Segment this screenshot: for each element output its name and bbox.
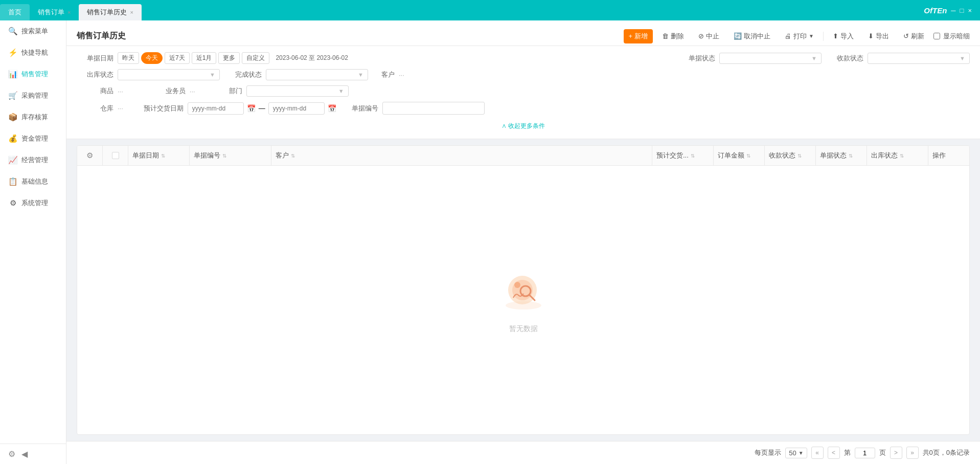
payment-status-select[interactable]: ▼ (868, 53, 970, 64)
select-all-checkbox[interactable] (112, 152, 119, 159)
th-customer[interactable]: 客户 ⇅ (271, 146, 652, 165)
amount-sort-icon: ⇅ (746, 153, 750, 159)
order-status-label: 单据状态 (683, 54, 719, 63)
th-stock-status-label: 出库状态 (871, 151, 898, 160)
cal-from-icon[interactable]: 📅 (247, 104, 256, 113)
window-restore-btn[interactable]: □ (960, 7, 964, 14)
delivery-date-range: 📅 — 📅 (188, 102, 336, 115)
empty-illustration (498, 267, 549, 318)
th-date[interactable]: 单据日期 ⇅ (128, 146, 190, 165)
tab-sales-order-history[interactable]: 销售订单历史 × (79, 4, 141, 20)
th-customer-label: 客户 (276, 151, 289, 160)
th-delivery[interactable]: 预计交货... ⇅ (652, 146, 714, 165)
window-close-btn[interactable]: × (968, 7, 972, 14)
print-button[interactable]: 🖨 打印 ▼ (780, 29, 819, 43)
sidebar-collapse-icon[interactable]: ◀ (21, 449, 28, 459)
date-yesterday-btn[interactable]: 昨天 (118, 52, 139, 64)
first-page-btn[interactable]: « (811, 447, 824, 459)
collapse-row[interactable]: ∧ 收起更多条件 (77, 120, 970, 132)
tab-sales-order[interactable]: 销售订单 × (30, 4, 79, 20)
total-text: 共0页，0条记录 (923, 448, 970, 457)
toolbar-separator (823, 32, 824, 41)
salesman-picker[interactable]: ··· (190, 87, 195, 95)
export-button[interactable]: ⬇ 导出 (863, 29, 894, 43)
refresh-button[interactable]: ↺ 刷新 (898, 29, 929, 43)
page-size-select[interactable]: 50 ▼ (785, 448, 807, 458)
stop-label: 中止 (706, 32, 719, 41)
sidebar-item-quicknav[interactable]: ⚡ 快捷导航 (0, 42, 66, 63)
num-sort-icon: ⇅ (222, 153, 226, 159)
print-arrow-icon: ▼ (809, 33, 814, 39)
sidebar-item-finance-label: 资金管理 (21, 134, 48, 143)
stop-icon: ⊘ (698, 32, 704, 40)
tab-sales-order-history-close[interactable]: × (130, 9, 133, 15)
display-cols-checkbox[interactable] (933, 33, 940, 39)
sidebar-item-basicinfo-label: 基础信息 (21, 177, 48, 186)
filter-row-1: 单据日期 昨天 今天 近7天 近1月 更多 自定义 2023-06-02 至 2… (77, 52, 970, 64)
delivery-date-to-input[interactable] (268, 102, 325, 115)
import-button[interactable]: ⬆ 导入 (828, 29, 859, 43)
new-label: 新增 (634, 32, 648, 41)
page-size-value: 50 (789, 449, 796, 457)
table-header: ⚙ 单据日期 ⇅ 单据编号 ⇅ 客户 ⇅ 预计交货... (77, 146, 969, 166)
sidebar-item-sales[interactable]: 📊 销售管理 (0, 63, 66, 85)
pay-status-sort-icon: ⇅ (797, 153, 802, 159)
delivery-date-from-input[interactable] (188, 102, 244, 115)
order-status-arrow: ▼ (811, 55, 817, 61)
cal-to-icon[interactable]: 📅 (328, 104, 336, 113)
th-action-label: 操作 (932, 151, 946, 160)
goods-picker[interactable]: ··· (118, 87, 123, 95)
sidebar-item-inventory[interactable]: 📦 库存核算 (0, 106, 66, 128)
refresh-label: 刷新 (911, 32, 924, 41)
warehouse-picker[interactable]: ··· (118, 104, 123, 112)
window-minimize-btn[interactable]: ─ (951, 7, 955, 14)
sidebar-item-purchase-label: 采购管理 (21, 91, 48, 100)
cancel-stop-icon: 🔄 (734, 32, 742, 40)
stop-button[interactable]: ⊘ 中止 (693, 29, 724, 43)
tab-home-label: 首页 (8, 8, 21, 17)
delivery-date-label: 预计交货日期 (144, 104, 188, 113)
current-page-input[interactable] (855, 448, 875, 458)
last-page-btn[interactable]: » (906, 447, 919, 459)
tab-home[interactable]: 首页 (0, 4, 30, 20)
sidebar-item-search[interactable]: 🔍 搜索菜单 (0, 20, 66, 42)
table-settings-btn[interactable]: ⚙ (86, 151, 93, 160)
th-pay-status[interactable]: 收款状态 ⇅ (765, 146, 816, 165)
stock-out-select[interactable]: ▼ (118, 69, 220, 80)
th-amount[interactable]: 订单金额 ⇅ (714, 146, 765, 165)
new-button[interactable]: + 新增 (624, 29, 653, 43)
delete-button[interactable]: 🗑 删除 (657, 29, 689, 43)
tab-sales-order-close[interactable]: × (67, 9, 71, 15)
date-today-btn[interactable]: 今天 (141, 52, 163, 64)
dept-select[interactable]: ▼ (246, 85, 349, 97)
page-title: 销售订单历史 (77, 31, 126, 41)
sidebar-item-finance[interactable]: 💰 资金管理 (0, 128, 66, 149)
import-icon: ⬆ (833, 32, 838, 40)
import-label: 导入 (840, 32, 854, 41)
date-more-btn[interactable]: 更多 (218, 52, 240, 64)
sidebar-item-basicinfo[interactable]: 📋 基础信息 (0, 171, 66, 192)
empty-text: 暂无数据 (509, 324, 538, 334)
next-page-btn[interactable]: > (890, 447, 902, 459)
th-order-status[interactable]: 单据状态 ⇅ (816, 146, 867, 165)
export-icon: ⬇ (868, 32, 874, 40)
date-7days-btn[interactable]: 近7天 (165, 52, 190, 64)
date-custom-btn[interactable]: 自定义 (242, 52, 269, 64)
sidebar-settings-icon[interactable]: ⚙ (8, 449, 15, 459)
sidebar-item-system[interactable]: ⚙ 系统管理 (0, 192, 66, 214)
topbar: 首页 销售订单 × 销售订单历史 × OfTEn ─ □ × (0, 0, 980, 20)
dept-label: 部门 (226, 86, 246, 96)
sidebar-item-operations[interactable]: 📈 经营管理 (0, 149, 66, 171)
operations-icon: 📈 (8, 156, 17, 165)
sidebar-item-purchase[interactable]: 🛒 采购管理 (0, 85, 66, 106)
th-num[interactable]: 单据编号 ⇅ (190, 146, 271, 165)
complete-status-select[interactable]: ▼ (266, 69, 368, 80)
order-no-input[interactable] (382, 102, 485, 115)
date-1month-btn[interactable]: 近1月 (192, 52, 217, 64)
order-status-select[interactable]: ▼ (719, 53, 822, 64)
prev-page-btn[interactable]: < (828, 447, 840, 459)
customer-picker[interactable]: ··· (399, 71, 404, 79)
cancel-stop-button[interactable]: 🔄 取消中止 (728, 29, 776, 43)
th-checkbox (103, 146, 128, 165)
th-stock-status[interactable]: 出库状态 ⇅ (867, 146, 928, 165)
